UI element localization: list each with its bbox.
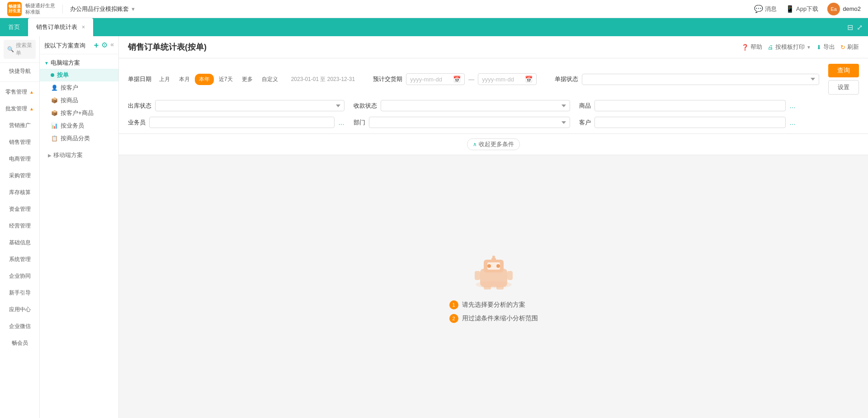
sidebar-item-quick-nav[interactable]: 快捷导航 (0, 63, 39, 80)
sidebar-inventory-label: 库存核算 (9, 189, 31, 196)
sidebar-item-marketing[interactable]: 营销推广 (0, 117, 39, 134)
empty-steps: 1 请先选择要分析的方案 2 用过滤条件来缩小分析范围 (449, 300, 538, 328)
goods-more-icon[interactable]: … (789, 102, 796, 109)
sidebar-item-wholesale[interactable]: 批发管理 ▲ (0, 100, 39, 117)
date-quick-btns: 上月 本月 本年 近7天 更多 自定义 (155, 74, 282, 85)
company-name: 办公用品行业模拟账套 (70, 5, 129, 13)
department-label: 部门 (354, 119, 365, 127)
date-custom-btn[interactable]: 自定义 (258, 74, 282, 85)
customer-input[interactable] (594, 117, 786, 128)
sidebar-item-operations[interactable]: 经营管理 (0, 218, 39, 234)
scheme-group-pc-header[interactable]: ▼ 电脑端方案 (40, 57, 118, 69)
scheme-item-0[interactable]: 按单 (40, 69, 118, 81)
payment-status-select[interactable] (381, 100, 570, 111)
salesman-more-icon[interactable]: … (338, 119, 344, 126)
date-more-btn[interactable]: 更多 (238, 74, 257, 85)
message-button[interactable]: 💬 消息 (754, 5, 777, 13)
template-print-button[interactable]: 🖨 按模板打印 ▼ (768, 43, 811, 51)
settings-scheme-button[interactable]: ⚙ (101, 41, 108, 50)
sidebar-item-system[interactable]: 系统管理 (0, 251, 39, 268)
delivery-status-select[interactable] (155, 100, 344, 111)
message-label: 消息 (765, 5, 777, 13)
sidebar-item-guide[interactable]: 新手引导 (0, 285, 39, 301)
topbar-left: 畅捷通好生意 畅捷通好生意 标准版 办公用品行业模拟账套 ▼ (7, 2, 136, 16)
calendar-end-icon: 📅 (525, 76, 533, 83)
date-last-month-btn[interactable]: 上月 (155, 74, 174, 85)
user-name: demo2 (843, 5, 861, 12)
app-download-button[interactable]: 📱 App下载 (786, 5, 818, 13)
scheme-group-mobile: ▶ 移动端方案 (40, 147, 118, 163)
help-label: 帮助 (750, 43, 762, 51)
scheme-item-5[interactable]: 📋 按商品分类 (40, 132, 118, 145)
page-header-actions: ❓ 帮助 🖨 按模板打印 ▼ ⬇ 导出 ↻ 刷新 (741, 43, 859, 57)
goods-category-icon: 📋 (51, 135, 58, 142)
export-button[interactable]: ⬇ 导出 (816, 43, 835, 51)
tab-close-icon[interactable]: × (82, 24, 85, 30)
date-this-year-btn[interactable]: 本年 (195, 74, 214, 85)
sidebar-item-purchase[interactable]: 采购管理 (0, 167, 39, 184)
step-2-text: 用过滤条件来缩小分析范围 (462, 314, 538, 323)
customer-icon: 👤 (51, 84, 58, 91)
sidebar-item-retail[interactable]: 零售管理 ▲ (0, 84, 39, 100)
settings-button[interactable]: 设置 (828, 80, 859, 95)
company-selector[interactable]: 办公用品行业模拟账套 ▼ (70, 5, 136, 13)
sidebar-search[interactable]: 🔍 搜索菜单 (0, 36, 39, 63)
sidebar-item-appstore[interactable]: 应用中心 (0, 301, 39, 318)
salesman-input[interactable] (149, 117, 335, 128)
sidebar-members-label: 畅会员 (12, 339, 28, 347)
collapse-scheme-button[interactable]: « (110, 41, 114, 50)
search-menu-box[interactable]: 🔍 搜索菜单 (4, 40, 36, 59)
tab-sales-order-label: 销售订单统计表 (36, 23, 77, 31)
sidebar-item-basic[interactable]: 基础信息 (0, 234, 39, 251)
date-this-month-btn[interactable]: 本月 (175, 74, 194, 85)
tab-home[interactable]: 首页 (0, 18, 28, 36)
salesman-group: 业务员 … (128, 117, 344, 128)
calendar-start-icon: 📅 (453, 76, 461, 83)
expected-date-group: 预计交货期 yyyy-mm-dd 📅 — yyyy-mm-dd 📅 (373, 73, 537, 85)
refresh-button[interactable]: ↻ 刷新 (840, 43, 859, 51)
expected-date-label: 预计交货期 (373, 75, 402, 83)
scheme-group-mobile-header[interactable]: ▶ 移动端方案 (40, 149, 118, 161)
goods-label: 商品 (579, 102, 591, 110)
triangle-icon: ▼ (44, 61, 49, 66)
empty-illustration (467, 246, 521, 291)
collapse-button[interactable]: ∧ 收起更多条件 (467, 138, 520, 150)
svg-rect-10 (484, 286, 491, 290)
retail-arrow-icon: ▲ (29, 90, 34, 95)
minimize-icon[interactable]: ⊟ (847, 23, 853, 32)
goods-input[interactable] (594, 100, 786, 111)
scheme-item-2[interactable]: 📦 按商品 (40, 94, 118, 107)
customer-more-icon[interactable]: … (789, 119, 796, 126)
sidebar-item-finance[interactable]: 资金管理 (0, 201, 39, 218)
brand-text: 畅捷通好生意 标准版 (25, 3, 55, 14)
scheme-item-label-3: 按客户+商品 (61, 109, 94, 117)
filter-row-3: 业务员 … 部门 客户 … (128, 117, 859, 128)
sidebar-item-wechat[interactable]: 企业微信 (0, 318, 39, 335)
expected-date-end[interactable]: yyyy-mm-dd 📅 (478, 73, 537, 85)
order-status-select[interactable] (582, 74, 819, 85)
salesman-icon: 📊 (51, 122, 58, 129)
tab-sales-order[interactable]: 销售订单统计表 × (28, 18, 93, 36)
maximize-icon[interactable]: ⤢ (857, 23, 863, 32)
user-menu[interactable]: Ea demo2 (827, 3, 861, 15)
sidebar-purchase-label: 采购管理 (9, 172, 31, 180)
sidebar-item-members[interactable]: 畅会员 (0, 335, 39, 352)
sidebar-item-inventory[interactable]: 库存核算 (0, 184, 39, 201)
help-icon: ❓ (741, 44, 749, 51)
payment-status-group: 收款状态 (354, 100, 570, 111)
sidebar-item-ecommerce[interactable]: 电商管理 (0, 151, 39, 167)
scheme-item-1[interactable]: 👤 按客户 (40, 81, 118, 94)
date-placeholder-2: yyyy-mm-dd (482, 76, 523, 83)
query-button[interactable]: 查询 (828, 64, 859, 77)
scheme-item-3[interactable]: 📦 按客户+商品 (40, 107, 118, 119)
scheme-item-4[interactable]: 📊 按业务员 (40, 119, 118, 132)
department-select[interactable] (369, 117, 570, 128)
sidebar-item-sales[interactable]: 销售管理 (0, 134, 39, 151)
help-button[interactable]: ❓ 帮助 (741, 43, 762, 51)
add-scheme-button[interactable]: + (94, 41, 99, 50)
date-7days-btn[interactable]: 近7天 (215, 74, 237, 85)
sidebar-quick-nav-label: 快捷导航 (9, 67, 31, 75)
collapse-up-icon: ∧ (473, 141, 477, 147)
sidebar-item-enterprise[interactable]: 企业协同 (0, 268, 39, 285)
expected-date-start[interactable]: yyyy-mm-dd 📅 (406, 73, 465, 85)
